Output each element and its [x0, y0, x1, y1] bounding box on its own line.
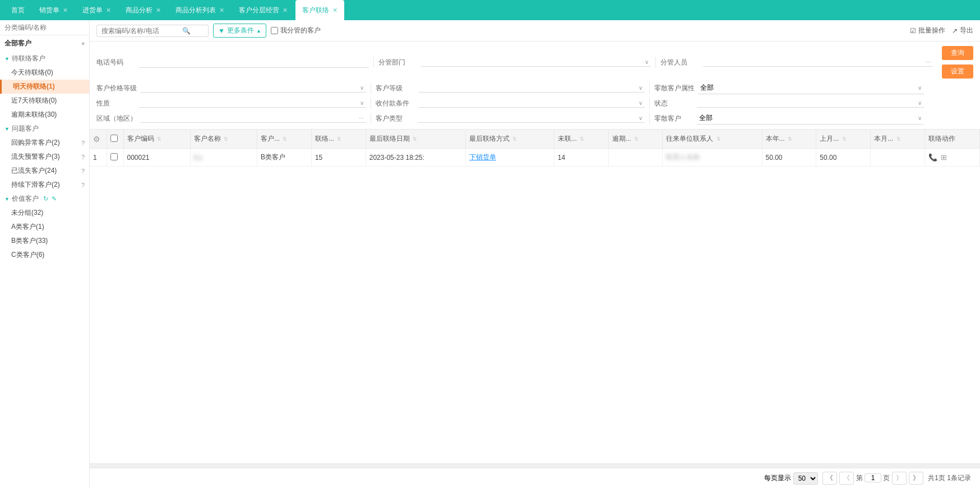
- info-icon: ?: [81, 168, 85, 174]
- row-name: Ea: [190, 149, 257, 167]
- filter-retail: 零散客户 全部 ∨: [654, 112, 924, 125]
- page-size-dropdown[interactable]: 50: [793, 472, 818, 485]
- nav-customer-tier[interactable]: 客户分层经营 ✕: [232, 0, 294, 20]
- close-icon[interactable]: ✕: [63, 7, 68, 14]
- nav-purchase[interactable]: 进货单 ✕: [76, 0, 118, 20]
- filter-phone: 电话号码: [96, 57, 369, 68]
- filter-person-select[interactable]: ···: [703, 58, 933, 67]
- checkbox-icon: ☑: [910, 27, 916, 35]
- close-icon[interactable]: ✕: [283, 7, 288, 14]
- close-icon[interactable]: ✕: [219, 7, 224, 14]
- batch-operation-button[interactable]: ☑ 批量操作: [910, 26, 945, 35]
- ellipsis-icon: ···: [359, 115, 363, 121]
- filter-price-select[interactable]: ∨: [140, 84, 366, 93]
- sidebar-item-churned[interactable]: 已流失客户(24) ?: [0, 164, 89, 178]
- total-records: 共1页 1条记录: [928, 473, 971, 483]
- page-number-input[interactable]: [865, 473, 881, 482]
- query-button[interactable]: 查询: [942, 46, 973, 60]
- sidebar-item-b-class[interactable]: B类客户(33): [0, 234, 89, 248]
- filter-icon: ▼: [218, 27, 225, 35]
- my-customers-check[interactable]: [271, 27, 278, 34]
- col-last-date: 最后联络日期 ⇅: [366, 130, 465, 149]
- filter-level-select[interactable]: ∨: [418, 84, 645, 93]
- sidebar-item-c-class[interactable]: C类客户(6): [0, 248, 89, 262]
- filter-region-select[interactable]: ···: [140, 114, 366, 123]
- nav-product-analysis-list[interactable]: 商品分析列表 ✕: [169, 0, 231, 20]
- col-overdue: 逾期... ⇅: [608, 130, 663, 149]
- close-icon[interactable]: ✕: [332, 7, 338, 14]
- sidebar-item-repurchase-abnormal[interactable]: 回购异常客户(2) ?: [0, 136, 89, 150]
- col-settings: ⚙: [90, 130, 107, 149]
- filter-nature-select[interactable]: ∨: [139, 99, 366, 108]
- collapse-icon: «: [81, 40, 85, 47]
- ellipsis-icon: ···: [926, 59, 931, 65]
- sidebar-item-a-class[interactable]: A类客户(1): [0, 220, 89, 234]
- toolbar-right: ☑ 批量操作 ↗ 导出: [910, 26, 973, 35]
- nav-home[interactable]: 首页: [4, 0, 31, 20]
- sidebar-item-churn-warning[interactable]: 流失预警客户(3) ?: [0, 150, 89, 164]
- filter-customer-type: 客户类型 ∨: [376, 114, 645, 123]
- col-code: 客户编码 ⇅: [123, 130, 190, 149]
- close-icon[interactable]: ✕: [156, 7, 161, 14]
- sidebar-search-input[interactable]: [4, 24, 89, 31]
- sidebar-item-ungrouped[interactable]: 未分组(32): [0, 206, 89, 220]
- row-contact-person: 联系人名称: [663, 149, 762, 167]
- col-uncontact: 未联... ⇅: [554, 130, 608, 149]
- export-button[interactable]: ↗ 导出: [952, 26, 973, 35]
- sort-icon: ⇅: [224, 136, 228, 142]
- select-all-checkbox[interactable]: [110, 135, 118, 142]
- more-action-icon[interactable]: ⊞: [941, 153, 947, 162]
- filter-status: 状态 ∨: [654, 99, 924, 108]
- first-page-button[interactable]: 《: [822, 472, 837, 485]
- scrollbar[interactable]: [90, 463, 980, 468]
- sidebar-item-tomorrow[interactable]: 明天待联络(1): [0, 80, 89, 94]
- filter-retail-attr-select[interactable]: 全部 ∨: [698, 82, 924, 94]
- more-filter-button[interactable]: ▼ 更多条件 ▲: [213, 24, 266, 38]
- search-input[interactable]: [101, 27, 180, 35]
- filter-actions: 查询 设置: [942, 46, 973, 79]
- chevron-down-icon: ∨: [639, 85, 642, 91]
- filter-customer-level: 客户等级 ∨: [376, 84, 645, 93]
- chevron-down-icon: ∨: [639, 100, 642, 106]
- my-customers-checkbox[interactable]: 我分管的客户: [271, 26, 321, 35]
- table-row: 1 000021 Ea B类客户 15 2023-05-23 18:25: 下销…: [90, 149, 980, 167]
- nav-product-analysis[interactable]: 商品分析 ✕: [119, 0, 168, 20]
- chevron-up-icon: ▲: [256, 28, 261, 34]
- search-icon[interactable]: 🔍: [182, 27, 191, 35]
- triangle-icon: ▼: [4, 126, 10, 132]
- edit-icon[interactable]: ✎: [52, 195, 57, 202]
- filter-retail-select[interactable]: 全部 ∨: [697, 112, 924, 125]
- sort-icon: ⇅: [788, 136, 792, 142]
- sort-icon: ⇅: [413, 136, 417, 142]
- content-area: 🔍 ▼ 更多条件 ▲ 我分管的客户 ☑ 批量操作 ↗ 导出: [90, 20, 980, 488]
- row-select-checkbox[interactable]: [110, 153, 118, 160]
- prev-page-button[interactable]: 〈: [839, 472, 854, 485]
- row-index: 1: [90, 149, 107, 167]
- settings-gear-icon[interactable]: ⚙: [93, 135, 100, 144]
- nav-customer-contact[interactable]: 客户联络 ✕: [295, 0, 344, 20]
- filter-payment-select[interactable]: ∨: [418, 99, 645, 108]
- row-last-method: 下销货单: [466, 149, 554, 167]
- page-size-selector: 每页显示 50: [764, 472, 818, 485]
- sidebar-item-overdue[interactable]: 逾期未联络(30): [0, 108, 89, 122]
- filter-type-select[interactable]: ∨: [418, 114, 645, 123]
- row-overdue: [608, 149, 663, 167]
- refresh-icon[interactable]: ↻: [43, 195, 48, 202]
- contact-action-icon[interactable]: 📞: [928, 153, 937, 162]
- sidebar-item-7days[interactable]: 近7天待联络(0): [0, 94, 89, 108]
- nav-sales[interactable]: 销货单 ✕: [33, 0, 75, 20]
- next-page-button[interactable]: 〉: [892, 472, 907, 485]
- chevron-down-icon: ∨: [360, 85, 364, 91]
- filter-phone-input[interactable]: [139, 57, 369, 68]
- settings-button[interactable]: 设置: [942, 65, 973, 79]
- all-customers-header[interactable]: 全部客户 «: [0, 35, 89, 52]
- sidebar-item-declining[interactable]: 持续下滑客户(2) ?: [0, 178, 89, 192]
- last-page-button[interactable]: 》: [909, 472, 923, 485]
- sidebar-item-today[interactable]: 今天待联络(0): [0, 66, 89, 80]
- filter-dept-select[interactable]: ∨: [421, 58, 651, 67]
- sort-icon: ⇅: [512, 136, 517, 142]
- close-icon[interactable]: ✕: [106, 7, 111, 14]
- filter-status-select[interactable]: ∨: [697, 99, 924, 108]
- sort-icon: ⇅: [337, 136, 341, 142]
- row-this-month: [871, 149, 925, 167]
